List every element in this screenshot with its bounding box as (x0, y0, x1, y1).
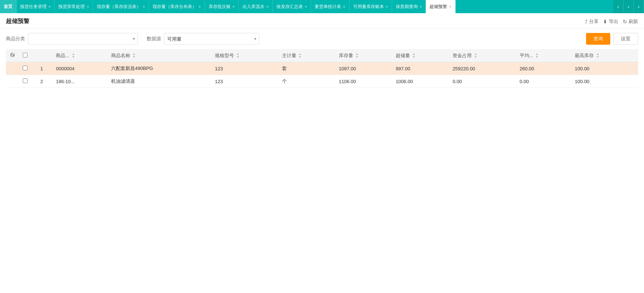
datasource-select[interactable]: 可用量 库存量 (164, 33, 259, 45)
th-checkbox (19, 49, 31, 62)
category-select-wrapper (28, 33, 138, 45)
nav-tab-inventory-dist-close[interactable]: × (198, 4, 201, 9)
th-avg-label: 平均... (520, 53, 533, 58)
th-spec[interactable]: 规格型号 ▲▼ (211, 49, 278, 62)
select-all-checkbox[interactable] (23, 53, 28, 58)
filter-area: 商品分类 数据源 可用量 库存量 查询 设置 (0, 29, 644, 49)
nav-tab-inout-flow[interactable]: 出入库流水 × (239, 0, 272, 13)
nav-tab-inventory-status[interactable]: 现存量（库存状况表） × (93, 0, 149, 13)
row-capital: 0.00 (449, 75, 516, 88)
th-unit[interactable]: 主计量 ▲▼ (278, 49, 335, 62)
sort-icon-overstock: ▲▼ (413, 53, 416, 59)
row-capital: 259220.00 (449, 62, 516, 75)
nav-tab-task-mgmt-close[interactable]: × (48, 4, 51, 9)
nav-tab-home[interactable]: 首页 (0, 0, 17, 13)
th-overstock-label: 超储量 (396, 53, 410, 58)
nav-tab-order-stat-close[interactable]: × (343, 4, 345, 9)
nav-tab-overstock-close[interactable]: × (449, 4, 451, 9)
row-num-cell: 2 (31, 75, 52, 88)
nav-arrows: ‹ › › (613, 0, 644, 13)
export-icon: ⬇ (603, 19, 607, 25)
nav-tab-quality-close[interactable]: × (420, 4, 422, 9)
nav-tab-home-label: 首页 (4, 4, 12, 10)
data-table: 商品... ▲▼ 商品名称 ▲▼ 规格型号 ▲▼ 主计量 ▲▼ (6, 49, 638, 88)
row-unit: 套 (278, 62, 335, 75)
share-button[interactable]: ⤴ 分享 (585, 18, 599, 25)
th-overstock[interactable]: 超储量 ▲▼ (392, 49, 449, 62)
export-label: 导出 (609, 18, 618, 25)
th-max-stock-label: 最高库存 (575, 53, 594, 58)
th-row-num (31, 49, 52, 62)
refresh-button[interactable]: ↻ 刷新 (623, 18, 638, 25)
row-avg: 260.00 (516, 62, 571, 75)
row-product-code: 0000004 (52, 62, 107, 75)
row-product-name: 机油滤清器 (107, 75, 211, 88)
gear-header-icon[interactable] (10, 52, 15, 58)
nav-tab-abnormal-close[interactable]: × (87, 4, 89, 9)
nav-tab-avail-ledger[interactable]: 可用量库存账本 × (350, 0, 392, 13)
nav-tab-quality-label: 保质期查询 (396, 4, 418, 10)
nav-tab-batch-close[interactable]: × (233, 4, 235, 9)
datasource-filter: 数据源 可用量 库存量 (147, 33, 259, 45)
settings-button[interactable]: 设置 (613, 33, 638, 45)
nav-more-btn[interactable]: › (634, 0, 644, 13)
th-max-stock[interactable]: 最高库存 ▲▼ (571, 49, 638, 62)
th-stock[interactable]: 库存量 ▲▼ (335, 49, 392, 62)
row-checkbox-0[interactable] (23, 66, 28, 70)
nav-tab-inventory-dist[interactable]: 现存量（库存分布表） × (149, 0, 205, 13)
row-gear-cell (6, 75, 19, 88)
row-product-code: 186-10... (52, 75, 107, 88)
nav-tab-inventory-status-close[interactable]: × (143, 4, 145, 9)
nav-tab-task-mgmt[interactable]: 拣货任务管理 × (17, 0, 55, 13)
nav-tab-abnormal[interactable]: 拣货异常处理 × (55, 0, 93, 13)
category-select[interactable] (28, 33, 138, 45)
row-stock: 1106.00 (335, 75, 392, 88)
table-header-row: 商品... ▲▼ 商品名称 ▲▼ 规格型号 ▲▼ 主计量 ▲▼ (6, 49, 638, 62)
th-product-code[interactable]: 商品... ▲▼ (52, 49, 107, 62)
refresh-label: 刷新 (629, 18, 638, 25)
share-label: 分享 (589, 18, 599, 25)
nav-tab-collect-close[interactable]: × (305, 4, 307, 9)
datasource-filter-label: 数据源 (147, 36, 161, 42)
row-checkbox-cell (19, 62, 31, 75)
row-checkbox-1[interactable] (23, 78, 28, 83)
row-spec: 123 (211, 75, 278, 88)
row-num-cell: 1 (31, 62, 52, 75)
row-max-stock: 100.00 (571, 75, 638, 88)
filter-buttons: 查询 设置 (586, 33, 638, 45)
nav-tab-inventory-dist-label: 现存量（库存分布表） (153, 4, 197, 10)
nav-tab-batch[interactable]: 库存批次账 × (205, 0, 239, 13)
nav-prev-btn[interactable]: ‹ (613, 0, 623, 13)
nav-tab-quality[interactable]: 保质期查询 × (392, 0, 426, 13)
th-product-name[interactable]: 商品名称 ▲▼ (107, 49, 211, 62)
row-avg: 0.00 (516, 75, 571, 88)
nav-tab-order-stat[interactable]: 要货单统计表 × (311, 0, 349, 13)
share-icon: ⤴ (585, 19, 588, 25)
nav-tab-abnormal-label: 拣货异常处理 (58, 4, 85, 10)
th-capital[interactable]: 资金占用 ▲▼ (449, 49, 516, 62)
row-overstock: 1006.00 (392, 75, 449, 88)
export-button[interactable]: ⬇ 导出 (603, 18, 618, 25)
nav-tab-collect[interactable]: 收发存汇总表 × (273, 0, 311, 13)
sort-icon-avg: ▲▼ (535, 53, 538, 59)
nav-tab-batch-label: 库存批次账 (209, 4, 231, 10)
sort-icon-product-name: ▲▼ (133, 53, 136, 59)
nav-next-btn[interactable]: › (623, 0, 634, 13)
table-wrapper: 商品... ▲▼ 商品名称 ▲▼ 规格型号 ▲▼ 主计量 ▲▼ (0, 49, 644, 88)
row-product-name: 六配套新昌490BPG (107, 62, 211, 75)
th-product-name-label: 商品名称 (111, 53, 130, 58)
th-avg[interactable]: 平均... ▲▼ (516, 49, 571, 62)
refresh-icon: ↻ (623, 19, 627, 25)
header-actions: ⤴ 分享 ⬇ 导出 ↻ 刷新 (585, 18, 638, 25)
nav-tab-overstock[interactable]: 超储预警 × (426, 0, 455, 13)
query-button[interactable]: 查询 (586, 33, 610, 45)
nav-tab-inventory-status-label: 现存量（库存状况表） (97, 4, 141, 10)
th-product-code-label: 商品... (56, 53, 69, 58)
th-stock-label: 库存量 (339, 53, 353, 58)
nav-tab-avail-ledger-close[interactable]: × (386, 4, 388, 9)
category-filter: 商品分类 (6, 33, 138, 45)
page-header: 超储预警 ⤴ 分享 ⬇ 导出 ↻ 刷新 (0, 13, 644, 29)
nav-tab-order-stat-label: 要货单统计表 (315, 4, 341, 10)
th-gear (6, 49, 19, 62)
nav-tab-inout-flow-close[interactable]: × (266, 4, 268, 9)
